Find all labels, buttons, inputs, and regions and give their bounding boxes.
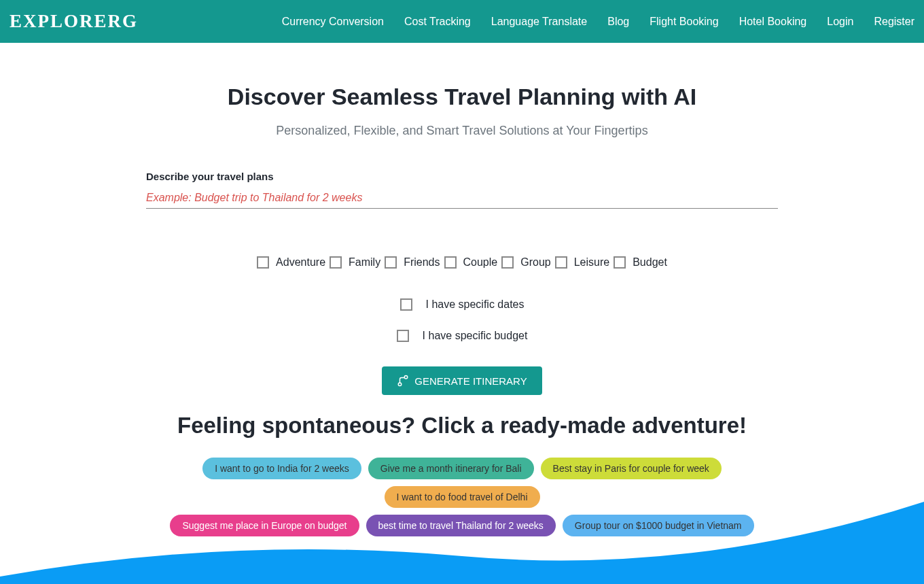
nav-login[interactable]: Login bbox=[827, 16, 853, 28]
spontaneous-section: Feeling spontaneous? Click a ready-made … bbox=[0, 413, 924, 536]
checkbox-adventure[interactable] bbox=[257, 256, 269, 269]
chips-row-2: Suggest me place in Europe on budget bes… bbox=[122, 515, 802, 536]
checkbox-specific-budget[interactable] bbox=[397, 330, 409, 342]
header: EXPLORERG Currency Conversion Cost Track… bbox=[0, 0, 924, 43]
svg-point-1 bbox=[405, 376, 408, 379]
chip-vietnam[interactable]: Group tour on $1000 budget in Vietnam bbox=[563, 515, 754, 536]
tag-label-budget: Budget bbox=[633, 256, 667, 269]
generate-button-label: GENERATE ITINERARY bbox=[414, 375, 527, 387]
tag-family: Family bbox=[330, 256, 380, 269]
main-nav: Currency Conversion Cost Tracking Langua… bbox=[282, 16, 914, 28]
chip-bali[interactable]: Give me a month itinerary for Bali bbox=[368, 458, 534, 479]
nav-hotel-booking[interactable]: Hotel Booking bbox=[739, 16, 807, 28]
tag-label-group: Group bbox=[520, 256, 550, 269]
tag-label-couple: Couple bbox=[463, 256, 498, 269]
generate-itinerary-button[interactable]: GENERATE ITINERARY bbox=[382, 366, 541, 395]
tag-label-friends: Friends bbox=[404, 256, 440, 269]
main-content: Discover Seamless Travel Planning with A… bbox=[0, 43, 924, 536]
form-section: Describe your travel plans bbox=[146, 171, 778, 209]
tag-group: Group bbox=[501, 256, 550, 269]
tag-label-family: Family bbox=[349, 256, 380, 269]
svg-point-0 bbox=[399, 383, 402, 386]
specific-budget-row: I have specific budget bbox=[0, 330, 924, 342]
travel-plans-input[interactable] bbox=[146, 188, 778, 209]
specific-budget-label: I have specific budget bbox=[423, 330, 528, 342]
checkbox-friends[interactable] bbox=[385, 256, 397, 269]
tags-row: Adventure Family Friends Couple Group Le… bbox=[0, 256, 924, 269]
tag-friends: Friends bbox=[385, 256, 440, 269]
checkbox-leisure[interactable] bbox=[555, 256, 567, 269]
hero-title: Discover Seamless Travel Planning with A… bbox=[0, 84, 924, 110]
tag-leisure: Leisure bbox=[555, 256, 609, 269]
form-label: Describe your travel plans bbox=[146, 171, 778, 182]
chip-india[interactable]: I want to go to India for 2 weeks bbox=[202, 458, 361, 479]
chip-europe[interactable]: Suggest me place in Europe on budget bbox=[170, 515, 359, 536]
checkbox-budget[interactable] bbox=[614, 256, 626, 269]
chip-paris[interactable]: Best stay in Paris for couple for week bbox=[541, 458, 722, 479]
nav-blog[interactable]: Blog bbox=[607, 16, 629, 28]
tag-budget: Budget bbox=[614, 256, 667, 269]
checkbox-specific-dates[interactable] bbox=[400, 298, 412, 311]
hero-subtitle: Personalized, Flexible, and Smart Travel… bbox=[0, 124, 924, 138]
tag-label-adventure: Adventure bbox=[276, 256, 325, 269]
chips-row-1: I want to go to India for 2 weeks Give m… bbox=[122, 458, 802, 508]
checkbox-group[interactable] bbox=[501, 256, 514, 269]
tag-adventure: Adventure bbox=[257, 256, 325, 269]
nav-flight-booking[interactable]: Flight Booking bbox=[650, 16, 718, 28]
route-icon bbox=[397, 375, 409, 387]
nav-currency-conversion[interactable]: Currency Conversion bbox=[282, 16, 384, 28]
nav-language-translate[interactable]: Language Translate bbox=[491, 16, 587, 28]
tag-couple: Couple bbox=[444, 256, 498, 269]
checkbox-couple[interactable] bbox=[444, 256, 457, 269]
specific-dates-label: I have specific dates bbox=[426, 298, 525, 311]
nav-register[interactable]: Register bbox=[874, 16, 914, 28]
tag-label-leisure: Leisure bbox=[574, 256, 609, 269]
specific-dates-row: I have specific dates bbox=[0, 298, 924, 311]
spontaneous-title: Feeling spontaneous? Click a ready-made … bbox=[0, 413, 924, 439]
logo[interactable]: EXPLORERG bbox=[10, 11, 138, 32]
chip-delhi[interactable]: I want to do food travel of Delhi bbox=[385, 486, 540, 508]
nav-cost-tracking[interactable]: Cost Tracking bbox=[404, 16, 471, 28]
checkbox-family[interactable] bbox=[330, 256, 342, 269]
chip-thailand[interactable]: best time to travel Thailand for 2 weeks bbox=[366, 515, 556, 536]
